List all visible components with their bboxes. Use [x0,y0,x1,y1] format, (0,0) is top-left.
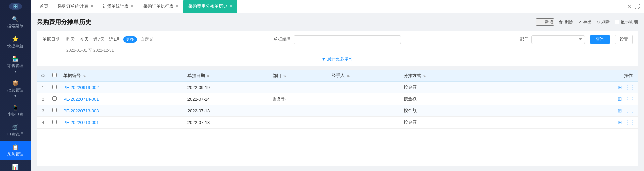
table-row: 1 PE-20220919-002 2022-09-19 按金额 ⊞ ⋮⋮ [37,82,638,93]
row-actions: ⊞ ⋮⋮ [568,93,638,105]
tab-close-purchase-order-exec[interactable]: ✕ [176,4,179,8]
tab-close-purchase-fee-history[interactable]: ✕ [229,4,232,8]
filter-settings-button[interactable]: 设置 [615,35,633,44]
purchase-icon: 📋 [12,144,19,150]
row-more-icon[interactable]: ⋮⋮ [625,96,635,102]
col-dept[interactable]: 部门 ⇅ [269,70,328,82]
dept-label: 部门 [520,36,529,42]
page-title: 采购费用分摊单历史 [37,18,91,26]
row-view-icon[interactable]: ⊞ [618,119,622,125]
sidebar-item-purchase[interactable]: 📋 采购管理 [0,141,31,160]
row-doc-no: PE-20220919-002 [60,82,184,93]
shortcut-custom[interactable]: 自定义 [139,36,155,43]
tab-home[interactable]: 首页 [35,0,53,13]
shortcut-1month[interactable]: 近1月 [108,36,121,43]
select-all-checkbox[interactable] [52,73,57,77]
doc-no-filter: 单据编号 [160,35,515,44]
export-button[interactable]: ↗ 导出 [578,19,592,25]
row-settings-cell: 1 [37,82,49,93]
row-actions: ⊞ ⋮⋮ [568,105,638,117]
row-more-icon[interactable]: ⋮⋮ [625,119,635,125]
refresh-button[interactable]: ↻ 刷新 [596,19,610,25]
table-body: 1 PE-20220919-002 2022-09-19 按金额 ⊞ ⋮⋮ 2 … [37,82,638,129]
show-cols-toggle[interactable]: 显示明细 [615,19,638,25]
row-checkbox-cell[interactable] [49,93,60,105]
col-checkbox [49,70,60,82]
show-cols-checkbox[interactable] [615,20,619,24]
search-icon: 🔍 [12,16,19,22]
row-method: 按金额 [400,117,568,129]
doc-no-link[interactable]: PE-20220714-001 [63,97,99,102]
close-window-icon[interactable]: ✕ [627,3,631,10]
plus-icon: ＋ [537,19,541,25]
filter-row-1: 单据日期 昨天 今天 近7天 近1月 更多 自定义 单据编号 部门 [42,35,633,44]
row-dept [269,105,328,117]
row-view-icon[interactable]: ⊞ [618,84,622,90]
row-settings-cell: 3 [37,105,49,117]
row-checkbox-3[interactable] [52,120,57,124]
sidebar-item-search[interactable]: 🔍 搜索菜单 [0,13,31,32]
sidebar-item-shortcut[interactable]: ⭐ 快捷导航 [0,32,31,52]
tab-import-stats[interactable]: 进货单统计表 ✕ [98,0,139,13]
delete-button[interactable]: 🗑 删除 [559,19,573,25]
maximize-window-icon[interactable]: ⛶ [635,4,640,10]
doc-no-link[interactable]: PE-20220713-003 [63,108,99,113]
sidebar-item-ecom[interactable]: 🛒 电商管理 [0,121,31,141]
doc-no-input[interactable] [294,35,401,44]
tab-window-actions: ✕ ⛶ [627,3,640,10]
doc-no-link[interactable]: PE-20220919-002 [63,85,99,90]
row-checkbox-2[interactable] [52,108,57,112]
row-view-icon[interactable]: ⊞ [618,96,622,102]
shortcut-today[interactable]: 今天 [78,36,90,43]
tab-close-import-stats[interactable]: ✕ [131,4,134,8]
row-more-icon[interactable]: ⋮⋮ [625,108,635,114]
row-date: 2022-07-13 [184,117,270,129]
add-button[interactable]: ＋ + 新增 [536,18,554,26]
sidebar-item-retail[interactable]: 🏪 零售管理 ▼ [0,52,31,77]
sidebar: ⊞ 🔍 搜索菜单 ⭐ 快捷导航 🏪 零售管理 ▼ 📦 批发管理 ▼ 📱 小畅电商… [0,0,31,171]
row-checkbox-cell[interactable] [49,117,60,129]
col-handler[interactable]: 经手人 ⇅ [328,70,400,82]
row-date: 2022-09-19 [184,82,270,93]
row-date: 2022-07-13 [184,105,270,117]
date-shortcuts: 昨天 今天 近7天 近1月 更多 自定义 [65,36,155,43]
filter-area: 单据日期 昨天 今天 近7天 近1月 更多 自定义 单据编号 部门 [37,31,638,66]
row-checkbox-cell[interactable] [49,105,60,117]
search-button[interactable]: 查询 [590,35,610,44]
table-header-row: ⚙ 单据编号 ⇅ 单据日期 ⇅ 部门 [37,70,638,82]
row-method: 按金额 [400,82,568,93]
col-action: 操作 [568,70,638,82]
sidebar-item-micro[interactable]: 📱 小畅电商 [0,101,31,121]
chevron-down-icon: ▼ [14,70,17,73]
table-container: ⚙ 单据编号 ⇅ 单据日期 ⇅ 部门 [37,70,638,166]
filter-date-range-row: 2022-01-01 至 2022-12-31 [42,47,633,53]
dept-select[interactable]: 财务部 [531,35,585,44]
dept-filter: 部门 财务部 [520,35,585,44]
shortcut-more[interactable]: 更多 [123,36,137,43]
row-date: 2022-07-14 [184,93,270,105]
sidebar-item-inventory[interactable]: 📊 库存核算 [0,160,31,171]
tab-close-purchase-order-stats[interactable]: ✕ [90,4,93,8]
tab-purchase-order-exec[interactable]: 采购订单执行表 ✕ [139,0,183,13]
doc-no-link[interactable]: PE-20220713-001 [63,120,99,125]
sidebar-item-wholesale[interactable]: 📦 批发管理 ▼ [0,77,31,101]
row-view-icon[interactable]: ⊞ [618,108,622,114]
col-doc-no[interactable]: 单据编号 ⇅ [60,70,184,82]
row-checkbox-0[interactable] [52,85,57,89]
row-more-icon[interactable]: ⋮⋮ [625,84,635,90]
col-date[interactable]: 单据日期 ⇅ [184,70,270,82]
row-checkbox-1[interactable] [52,96,57,101]
row-settings-cell: 4 [37,117,49,129]
sidebar-logo: ⊞ [9,3,22,10]
tab-purchase-order-stats[interactable]: 采购订单统计表 ✕ [53,0,98,13]
tab-purchase-fee-history[interactable]: 采购费用分摊单历史 ✕ [183,0,237,13]
expand-button[interactable]: ▼ 展开更多条件 [322,56,354,62]
row-method: 按金额 [400,105,568,117]
table-row: 4 PE-20220713-001 2022-07-13 按金额 ⊞ ⋮⋮ [37,117,638,129]
shortcut-7days[interactable]: 近7天 [92,36,106,43]
micro-icon: 📱 [12,104,19,111]
shortcut-yesterday[interactable]: 昨天 [65,36,76,43]
row-checkbox-cell[interactable] [49,82,60,93]
col-settings[interactable]: ⚙ [37,70,49,82]
col-method[interactable]: 分摊方式 ⇅ [400,70,568,82]
